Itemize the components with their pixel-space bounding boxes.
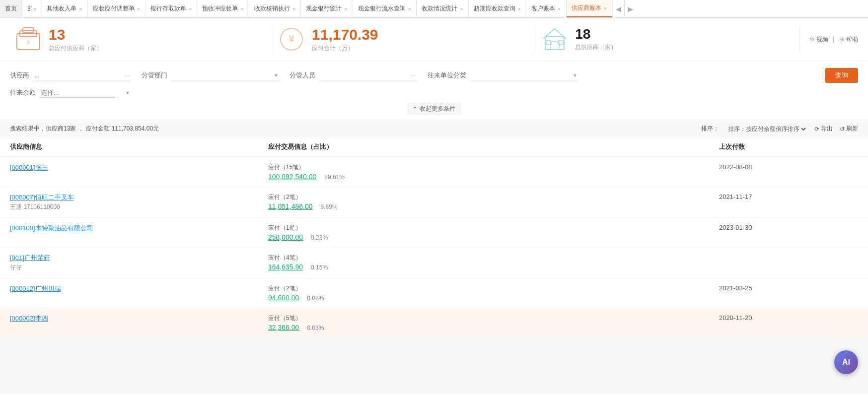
video-link[interactable]: ⊙ 视频 bbox=[809, 35, 828, 44]
unit-class-dropdown-icon[interactable]: ▾ bbox=[574, 72, 579, 79]
top-right-links: ⊙ 视频 | ⊙ 帮助 bbox=[799, 35, 858, 44]
close-tab-bank-deposit[interactable]: × bbox=[189, 6, 192, 12]
nav-tab-home[interactable]: 首页 bbox=[0, 0, 22, 17]
close-tab-3[interactable]: × bbox=[33, 6, 36, 12]
table-row: [000007]恒旺二手叉车 王通 17106110000 应付（2笔） 11,… bbox=[0, 187, 868, 218]
supplier-link-5[interactable]: [000012]广州贝瑞 bbox=[10, 284, 268, 293]
nav-prev-arrow[interactable]: ◀ bbox=[612, 0, 624, 17]
stat-card-total-payable-suppliers: ¥ 13 总应付供应商（家） bbox=[10, 26, 273, 53]
close-tab-other-income[interactable]: × bbox=[79, 6, 82, 12]
sort-label: 排序： bbox=[701, 125, 719, 133]
dept-input-wrapper: ▾ bbox=[170, 70, 280, 80]
nav-tab-cash-bank-flow[interactable]: 现金银行流水查询 × bbox=[353, 0, 417, 17]
payable-row-1: 100,092,540.00 89.61% bbox=[268, 172, 719, 181]
person-input[interactable] bbox=[318, 70, 411, 80]
nav-tab-supplier-account[interactable]: 供应商账本 × bbox=[567, 0, 612, 17]
nav-tab-overdue-query[interactable]: 超期应收款查询 × bbox=[469, 0, 526, 17]
payable-amount-link-5[interactable]: 94,600.00 bbox=[268, 294, 299, 302]
payable-label-4: 应付（4笔） bbox=[268, 254, 719, 262]
filter-person: 分管人员 ··· bbox=[289, 70, 418, 80]
payable-amount-4: 164,635.90 bbox=[268, 263, 303, 271]
balance-input[interactable] bbox=[39, 88, 126, 97]
payable-amount-3: 258,000.00 bbox=[268, 233, 303, 241]
supplier-link-1[interactable]: [000001]张三 bbox=[10, 163, 268, 172]
close-tab-overdue-query[interactable]: × bbox=[518, 6, 521, 12]
payable-pct-3: 0.23% bbox=[311, 234, 328, 241]
payable-amount-link-3[interactable]: 258,000.00 bbox=[268, 233, 303, 241]
dept-input[interactable] bbox=[170, 70, 275, 80]
supplier-link-4[interactable]: [001]广州荣轩 bbox=[10, 254, 268, 263]
supplier-filter-label: 供应商 bbox=[10, 71, 29, 80]
last-payment-5: 2021-03-25 bbox=[719, 284, 858, 292]
payable-label-3: 应付（1笔） bbox=[268, 224, 719, 232]
table-row: [001]广州荣轩 仔仔 应付（4笔） 164,635.90 0.15% bbox=[0, 248, 868, 278]
payable-amount-link-6[interactable]: 32,366.00 bbox=[268, 324, 299, 331]
payable-pct-4: 0.15% bbox=[311, 264, 328, 271]
payable-label-2: 应付（2笔） bbox=[268, 193, 719, 201]
nav-tab-3[interactable]: 3 × bbox=[22, 0, 42, 17]
sort-select[interactable]: 排序：按应付余额倒序排序 bbox=[726, 125, 807, 133]
payable-amount-link-2[interactable]: 11,051,486.00 bbox=[268, 202, 313, 210]
svg-rect-6 bbox=[545, 37, 564, 50]
close-tab-customer-account[interactable]: × bbox=[558, 6, 561, 12]
supplier-link-6[interactable]: [000002]李四 bbox=[10, 314, 268, 323]
nav-tab-customer-account[interactable]: 客户账本 × bbox=[526, 0, 566, 17]
stat-info-total-suppliers: 18 总供应商（家） bbox=[575, 27, 617, 52]
payable-row-2: 11,051,486.00 9.89% bbox=[268, 201, 719, 210]
nav-tab-collect-stat[interactable]: 收款情况统计 × bbox=[417, 0, 468, 17]
payable-info-3: 应付（1笔） 258,000.00 0.23% bbox=[268, 224, 719, 241]
collapse-button[interactable]: ⌃ 收起更多条件 bbox=[407, 103, 461, 115]
supplier-info-3: [000100]本特勤油品有限公司 bbox=[10, 224, 268, 233]
payable-amount-link-1[interactable]: 100,092,540.00 bbox=[268, 173, 316, 181]
export-button[interactable]: ⟳ 导出 bbox=[814, 125, 833, 133]
person-more-icon[interactable]: ··· bbox=[411, 72, 418, 79]
supplier-icon: ¥ bbox=[15, 26, 42, 53]
filter-dept: 分管部门 ▾ bbox=[142, 70, 280, 80]
table-header: 供应商信息 应付交易信息（占比） 上次付数 bbox=[0, 137, 868, 157]
close-tab-collect-verify[interactable]: × bbox=[292, 6, 295, 12]
close-tab-prepay-collect[interactable]: × bbox=[240, 6, 243, 12]
supplier-info-1: [000001]张三 bbox=[10, 163, 268, 172]
nav-tab-other-income[interactable]: 其他收入单 × bbox=[42, 0, 87, 17]
filter-row-1: 供应商 ··· 分管部门 ▾ 分管人员 ··· 往来单位分类 bbox=[10, 68, 858, 83]
nav-tab-prepay-collect[interactable]: 预收冲应收单 × bbox=[197, 0, 249, 17]
close-tab-cash-bank-flow[interactable]: × bbox=[408, 6, 411, 12]
dept-dropdown-icon[interactable]: ▾ bbox=[275, 72, 280, 79]
nav-tab-ar-adjust[interactable]: 应收应付调整单 × bbox=[88, 0, 145, 17]
supplier-link-2[interactable]: [000007]恒旺二手叉车 bbox=[10, 193, 268, 202]
balance-dropdown-icon[interactable]: ▾ bbox=[126, 89, 131, 96]
result-separator: ， bbox=[78, 125, 84, 133]
close-tab-ar-adjust[interactable]: × bbox=[137, 6, 140, 12]
payable-row-6: 32,366.00 0.03% bbox=[268, 323, 719, 331]
close-tab-supplier-account[interactable]: × bbox=[604, 5, 607, 11]
unit-class-input[interactable] bbox=[469, 70, 574, 80]
nav-next-arrow[interactable]: ▶ bbox=[624, 0, 636, 17]
refresh-button[interactable]: ↺ 刷新 bbox=[840, 125, 858, 133]
stat-number-total-suppliers: 18 bbox=[575, 27, 617, 42]
supplier-input[interactable] bbox=[32, 70, 125, 80]
nav-tab-bank-deposit[interactable]: 银行存取款单 × bbox=[145, 0, 197, 17]
payable-amount-link-4[interactable]: 164,635.90 bbox=[268, 263, 303, 271]
nav-tab-collect-verify[interactable]: 收款核销执行 × bbox=[249, 0, 301, 17]
close-tab-collect-stat[interactable]: × bbox=[460, 6, 463, 12]
search-button[interactable]: 查询 bbox=[825, 68, 858, 83]
table-row: [000012]广州贝瑞 应付（2笔） 94,600.00 0.08% 2021… bbox=[0, 278, 868, 308]
divider: | bbox=[833, 36, 835, 43]
col-header-payable: 应付交易信息（占比） bbox=[268, 142, 719, 151]
payable-info-4: 应付（4笔） 164,635.90 0.15% bbox=[268, 254, 719, 271]
payable-amount-5: 94,600.00 bbox=[268, 294, 299, 302]
payable-row-3: 258,000.00 0.23% bbox=[268, 232, 719, 241]
filter-balance: 往来余额 ▾ bbox=[10, 88, 118, 98]
supplier-more-icon[interactable]: ··· bbox=[125, 72, 132, 79]
help-link[interactable]: ⊙ 帮助 bbox=[840, 35, 858, 44]
payable-label-5: 应付（2笔） bbox=[268, 284, 719, 293]
close-tab-cash-bank-stat[interactable]: × bbox=[344, 6, 347, 12]
table-row: [000002]李四 应付（5笔） 32,366.00 0.03% 2020-1… bbox=[0, 308, 868, 338]
payable-pct-5: 0.08% bbox=[307, 295, 324, 302]
supplier-link-3[interactable]: [000100]本特勤油品有限公司 bbox=[10, 224, 268, 233]
table-row: [000001]张三 应付（15笔） 100,092,540.00 89.61%… bbox=[0, 157, 868, 187]
payable-label-6: 应付（5笔） bbox=[268, 314, 719, 323]
filter-row-2: 往来余额 ▾ bbox=[10, 88, 858, 98]
nav-tab-cash-bank-stat[interactable]: 现金银行统计 × bbox=[301, 0, 353, 17]
filter-area: 供应商 ··· 分管部门 ▾ 分管人员 ··· 往来单位分类 bbox=[0, 61, 868, 121]
